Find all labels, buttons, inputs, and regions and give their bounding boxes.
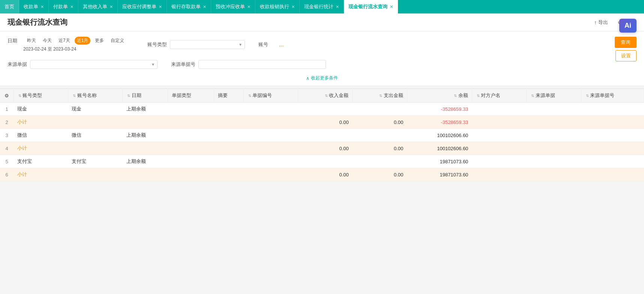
chevron-down-icon: ▾ <box>239 42 242 47</box>
source-doc-num-input[interactable] <box>198 60 326 69</box>
sort-icon-balance: ⇅ <box>454 94 457 98</box>
cell-source-doc-num <box>581 142 644 155</box>
th-expense[interactable]: ⇅ 支出金额 <box>353 89 407 103</box>
sort-icon-source-doc-num: ⇅ <box>586 94 589 98</box>
table-row: 6 小计 0.00 0.00 19871073.60 <box>0 168 644 181</box>
table-row: 1 现金 现金 上期余额 -3528659.33 <box>0 103 644 116</box>
settings-button[interactable]: 设置 <box>615 50 636 61</box>
collapse-label: 收起更多条件 <box>311 75 338 81</box>
cell-balance: -3528659.33 <box>407 103 472 116</box>
ai-badge[interactable]: Ai <box>619 19 636 33</box>
cell-doc-type <box>168 155 214 168</box>
source-doc-num-label: 来源单据号 <box>171 61 195 68</box>
date-shortcut-近7天[interactable]: 近7天 <box>56 37 72 45</box>
cell-source-doc-num <box>581 155 644 168</box>
cell-date <box>123 168 168 181</box>
cell-expense <box>353 129 407 142</box>
sort-icon-counterpart: ⇅ <box>477 94 480 98</box>
th-counterpart[interactable]: ⇅ 对方户名 <box>472 89 526 103</box>
table-settings-icon[interactable]: ⚙ <box>5 93 9 98</box>
th-balance[interactable]: ⇅ 余额 <box>407 89 472 103</box>
account-type-select[interactable]: ▾ <box>170 40 245 49</box>
sort-icon-account-type: ⇅ <box>18 94 21 98</box>
cell-account-type: 小计 <box>14 168 68 181</box>
source-doc-select[interactable]: ▾ <box>30 60 158 69</box>
th-settings[interactable]: ⚙ <box>0 89 14 103</box>
th-summary: 摘要 <box>214 89 243 103</box>
nav-tab-付款单[interactable]: 付款单✕ <box>49 0 78 13</box>
cell-expense: 0.00 <box>353 168 407 181</box>
th-date[interactable]: ⇅ 日期 <box>123 89 168 103</box>
cell-summary <box>214 103 243 116</box>
cell-counterpart <box>472 129 526 142</box>
nav-tab-收款核销执行[interactable]: 收款核销执行✕ <box>255 0 300 13</box>
th-account-name[interactable]: ⇅ 账号名称 <box>68 89 122 103</box>
th-income[interactable]: ⇅ 收入金额 <box>298 89 352 103</box>
nav-tab-应收应付调整单[interactable]: 应收应付调整单✕ <box>118 0 167 13</box>
th-source-doc[interactable]: ⇅ 来源单据 <box>527 89 581 103</box>
query-button[interactable]: 查询 <box>615 37 636 48</box>
cell-counterpart <box>472 168 526 181</box>
cell-doc-type <box>168 168 214 181</box>
date-shortcut-近1月[interactable]: 近1月 <box>75 37 91 45</box>
cell-counterpart <box>472 142 526 155</box>
cell-counterpart <box>472 116 526 129</box>
cell-row-num: 4 <box>0 142 14 155</box>
cell-doc-type <box>168 116 214 129</box>
nav-tab-其他收入单[interactable]: 其他收入单✕ <box>78 0 118 13</box>
nav-tab-收款单[interactable]: 收款单✕ <box>19 0 49 13</box>
sort-icon-expense: ⇅ <box>379 94 382 98</box>
cell-doc-type <box>168 129 214 142</box>
cell-summary <box>214 155 243 168</box>
cell-counterpart <box>472 155 526 168</box>
cell-account-name: 微信 <box>68 129 122 142</box>
cell-source-doc-num <box>581 129 644 142</box>
th-doc-number[interactable]: ⇅ 单据编号 <box>243 89 298 103</box>
th-source-doc-num[interactable]: ⇅ 来源单据号 <box>581 89 644 103</box>
cell-date: 上期余额 <box>123 103 168 116</box>
export-button[interactable]: ↑ 导出 <box>591 18 611 27</box>
cell-balance: 19871073.60 <box>407 168 472 181</box>
cell-account-type: 微信 <box>14 129 68 142</box>
nav-tab-现金银行统计[interactable]: 现金银行统计✕ <box>300 0 344 13</box>
cell-source-doc-num <box>581 168 644 181</box>
top-navigation: 首页 收款单✕付款单✕其他收入单✕应收应付调整单✕银行存取款单✕预收冲应收单✕收… <box>0 0 644 13</box>
date-shortcut-自定义[interactable]: 自定义 <box>108 37 126 45</box>
cell-counterpart <box>472 103 526 116</box>
cell-date: 上期余额 <box>123 155 168 168</box>
table-row: 4 小计 0.00 0.00 100102606.60 <box>0 142 644 155</box>
table-row: 3 微信 微信 上期余额 100102606.60 <box>0 129 644 142</box>
cell-source-doc <box>527 116 581 129</box>
th-account-type[interactable]: ⇅ 账号类型 <box>14 89 68 103</box>
sort-icon-account-name: ⇅ <box>73 94 76 98</box>
nav-tab-现金银行流水查询[interactable]: 现金银行流水查询✕ <box>344 0 398 13</box>
cell-expense <box>353 103 407 116</box>
cell-source-doc <box>527 129 581 142</box>
sort-icon-doc-num: ⇅ <box>248 94 251 98</box>
nav-tab-预收冲应收单[interactable]: 预收冲应收单✕ <box>211 0 255 13</box>
collapse-bar[interactable]: ∧ 收起更多条件 <box>8 73 636 82</box>
cell-account-type: 小计 <box>14 142 68 155</box>
sort-icon-income: ⇅ <box>325 94 328 98</box>
cell-doc-number <box>243 129 298 142</box>
cell-source-doc-num <box>581 116 644 129</box>
date-shortcut-昨天[interactable]: 昨天 <box>25 37 38 45</box>
cell-account-type: 小计 <box>14 116 68 129</box>
data-table: ⚙ ⇅ 账号类型 ⇅ 账号名称 ⇅ 日期 单据类型 摘要 ⇅ 单据编号 ⇅ 收入… <box>0 88 644 181</box>
cell-source-doc <box>527 142 581 155</box>
cell-source-doc <box>527 168 581 181</box>
date-shortcut-更多[interactable]: 更多 <box>93 37 106 45</box>
nav-home[interactable]: 首页 <box>0 0 19 13</box>
cell-income <box>298 103 352 116</box>
cell-expense: 0.00 <box>353 116 407 129</box>
account-type-label: 账号类型 <box>147 41 167 48</box>
date-shortcut-今天[interactable]: 今天 <box>41 37 54 45</box>
cell-income: 0.00 <box>298 168 352 181</box>
source-doc-label: 来源单据 <box>8 61 27 68</box>
cell-row-num: 6 <box>0 168 14 181</box>
cell-balance: 100102606.60 <box>407 142 472 155</box>
nav-tab-银行存取款单[interactable]: 银行存取款单✕ <box>167 0 211 13</box>
cell-income <box>298 129 352 142</box>
account-dots-button[interactable]: ... <box>276 40 286 49</box>
filter-area: 日期 昨天今天近7天近1月更多自定义 2023-02-24 至 2023-03-… <box>0 31 644 86</box>
